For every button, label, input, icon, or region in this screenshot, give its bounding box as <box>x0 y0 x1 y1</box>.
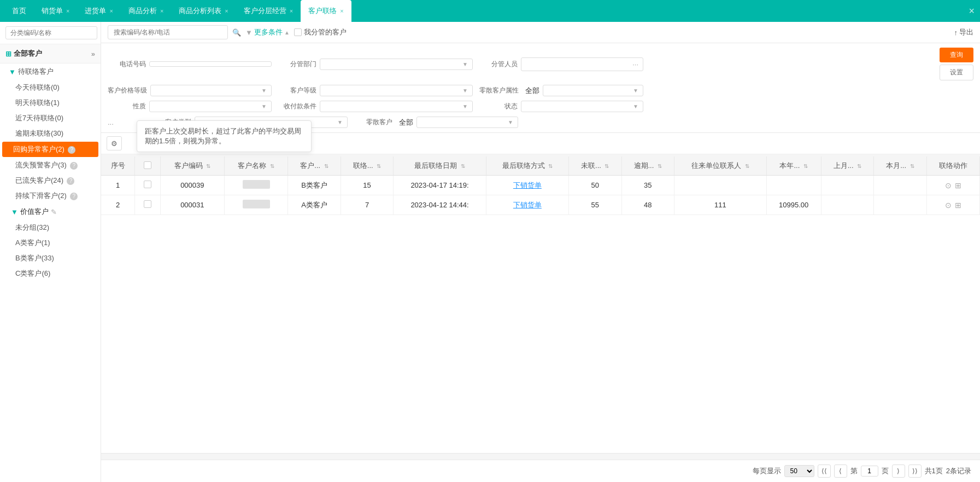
nature-dropdown[interactable]: ▼ <box>149 101 272 112</box>
next-page-button[interactable]: ⟩ <box>892 464 905 478</box>
cell-name <box>224 195 288 215</box>
close-icon[interactable]: × <box>109 8 113 14</box>
all-customers-title[interactable]: ⊞ 全部客户 » <box>0 44 101 63</box>
sort-icon: ⇅ <box>910 163 914 169</box>
nav-product-analysis-list[interactable]: 商品分析列表 × <box>171 0 236 22</box>
info-icon[interactable]: ? <box>70 193 78 200</box>
sidebar-group-pending[interactable]: ▼ 待联络客户 <box>0 63 101 80</box>
price-tier-dropdown[interactable]: ▼ <box>150 85 272 96</box>
sidebar-item-7days[interactable]: 近7天待联络(0) <box>0 111 101 126</box>
cell-checkbox <box>135 195 161 215</box>
close-icon[interactable]: × <box>225 8 228 14</box>
nav-sales-order[interactable]: 销货单 × <box>34 0 77 22</box>
sidebar-item-unclassified[interactable]: 未分组(32) <box>0 220 101 235</box>
col-header-actions: 联络动作 <box>926 156 979 176</box>
sidebar-item-class-c[interactable]: C类客户(6) <box>0 266 101 281</box>
more-conditions-button[interactable]: ▼ 更多条件 ▲ <box>245 27 290 37</box>
sidebar-item-declining[interactable]: 持续下滑客户(2) ? <box>0 188 101 204</box>
col-header-contact-count[interactable]: 联络... ⇅ <box>341 156 393 176</box>
first-page-button[interactable]: ⟨⟨ <box>818 464 831 478</box>
manager-input[interactable]: ··· <box>521 57 643 71</box>
nav-product-analysis[interactable]: 商品分析 × <box>121 0 171 22</box>
col-header-current-month[interactable]: 本月... ⇅ <box>874 156 926 176</box>
field-retail-customer: 零散客户 全部 ▼ <box>354 117 518 128</box>
per-page-select[interactable]: 50 20 100 <box>784 465 814 477</box>
contact-method-link[interactable]: 下销货单 <box>513 181 542 189</box>
customer-tier-dropdown[interactable]: ▼ <box>320 85 473 96</box>
sidebar-item-churn-warning[interactable]: 流失预警客户(3) ? <box>0 158 101 173</box>
horizontal-scrollbar[interactable] <box>101 453 980 460</box>
retail-customer-dropdown[interactable]: ▼ <box>416 117 518 128</box>
sidebar-item-repurchase-abnormal[interactable]: 回购异常客户(2) ? <box>2 142 98 157</box>
table-settings-button[interactable]: ⚙ <box>107 136 122 150</box>
col-header-name[interactable]: 客户名称 ⇅ <box>224 156 288 176</box>
collapse-icon[interactable]: » <box>91 50 95 58</box>
sidebar-item-class-b[interactable]: B类客户(33) <box>0 251 101 266</box>
cell-last-contact-method: 下销货单 <box>486 195 568 215</box>
page-number-input[interactable] <box>861 466 878 477</box>
contact-method-link[interactable]: 下销货单 <box>513 201 542 209</box>
chevron-down-icon: ▼ <box>337 119 343 125</box>
window-close-button[interactable]: × <box>969 5 975 17</box>
query-button[interactable]: 查询 <box>940 48 973 62</box>
data-table: 序号 客户编码 ⇅ 客户名称 ⇅ 客户... ⇅ 联络... ⇅ 最后联络日期 … <box>101 156 980 215</box>
col-header-contact-person[interactable]: 往来单位联系人 ⇅ <box>674 156 766 176</box>
sidebar-search-input[interactable] <box>5 26 97 39</box>
cell-overdue: 35 <box>621 176 674 195</box>
search-input[interactable] <box>108 25 228 39</box>
close-icon[interactable]: × <box>66 8 69 14</box>
chevron-down-icon: ▼ <box>261 103 267 109</box>
col-header-customer-type[interactable]: 客户... ⇅ <box>288 156 341 176</box>
col-header-code[interactable]: 客户编码 ⇅ <box>161 156 225 176</box>
col-header-last-contact-date[interactable]: 最后联络日期 ⇅ <box>394 156 486 176</box>
action-link-icon[interactable]: ⊙ <box>945 181 952 190</box>
col-header-overdue[interactable]: 逾期... ⇅ <box>621 156 674 176</box>
nav-customer-contact[interactable]: 客户联络 × <box>301 0 351 22</box>
info-icon[interactable]: ? <box>67 177 74 185</box>
prev-page-button[interactable]: ⟨ <box>834 464 847 478</box>
info-icon[interactable]: ? <box>68 146 75 154</box>
my-customer-checkbox[interactable] <box>294 28 302 36</box>
export-button[interactable]: ↑ 导出 <box>954 27 974 37</box>
action-grid-icon[interactable]: ⊞ <box>955 201 961 210</box>
info-icon[interactable]: ? <box>70 162 78 170</box>
row-checkbox[interactable] <box>144 181 151 188</box>
cell-overdue: 48 <box>621 195 674 215</box>
sidebar-item-churned[interactable]: 已流失客户(24) ? <box>0 173 101 188</box>
status-dropdown[interactable]: ▼ <box>521 101 643 112</box>
col-header-current-year[interactable]: 本年... ⇅ <box>766 156 821 176</box>
nav-purchase-order[interactable]: 进货单 × <box>77 0 120 22</box>
action-link-icon[interactable]: ⊙ <box>945 201 952 210</box>
cell-contact-person: 111 <box>674 195 766 215</box>
nav-customer-tier[interactable]: 客户分层经营 × <box>236 0 301 22</box>
col-header-last-contact-method[interactable]: 最后联络方式 ⇅ <box>486 156 568 176</box>
chevron-down-icon: ▼ <box>462 88 468 94</box>
sidebar-item-today[interactable]: 今天待联络(0) <box>0 80 101 95</box>
last-page-button[interactable]: ⟩⟩ <box>908 464 922 478</box>
col-header-uncontacted[interactable]: 未联... ⇅ <box>569 156 621 176</box>
select-all-checkbox[interactable] <box>144 161 151 169</box>
search-button[interactable]: 🔍 <box>232 28 241 37</box>
sidebar-item-tomorrow[interactable]: 明天待联络(1) <box>0 95 101 111</box>
cell-last-contact-method: 下销货单 <box>486 176 568 195</box>
payment-terms-dropdown[interactable]: ▼ <box>320 101 473 112</box>
more-filters-dots[interactable]: ... <box>108 118 114 126</box>
edit-icon[interactable]: ✎ <box>51 208 57 216</box>
phone-input[interactable] <box>149 61 272 67</box>
close-icon[interactable]: × <box>290 8 293 14</box>
nav-home[interactable]: 首页 <box>4 0 34 22</box>
retail-property-dropdown[interactable]: ▼ <box>543 85 643 96</box>
dept-dropdown[interactable]: ▼ <box>320 59 473 70</box>
col-header-last-month[interactable]: 上月... ⇅ <box>821 156 873 176</box>
close-icon[interactable]: × <box>160 8 163 14</box>
sidebar-value-customers-group[interactable]: ▼ 价值客户 ✎ <box>0 204 101 220</box>
row-checkbox[interactable] <box>144 200 151 208</box>
sidebar-item-overdue[interactable]: 逾期未联络(30) <box>0 126 101 141</box>
settings-button[interactable]: 设置 <box>940 65 973 80</box>
close-icon[interactable]: × <box>340 8 343 14</box>
action-grid-icon[interactable]: ⊞ <box>955 181 961 190</box>
dots-icon[interactable]: ··· <box>632 60 638 68</box>
sidebar-item-class-a[interactable]: A类客户(1) <box>0 235 101 251</box>
field-retail-property: 零散客户属性 全部 ▼ <box>479 85 643 96</box>
cell-index: 1 <box>101 176 135 195</box>
